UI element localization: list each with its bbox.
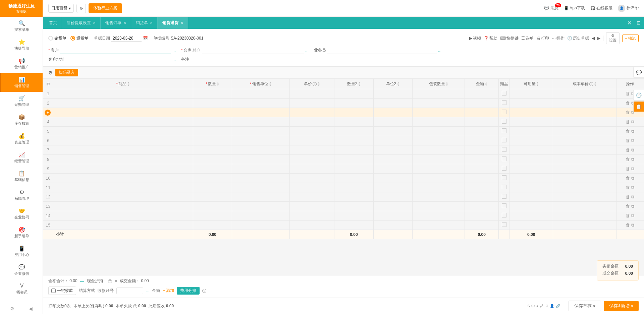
sidebar-collapse-icon[interactable]: ◀ (29, 306, 33, 311)
remark-input[interactable] (191, 56, 639, 63)
cell-product-8[interactable] (53, 155, 193, 164)
cell-unit2-13[interactable] (373, 202, 412, 211)
cell-amount-11[interactable] (465, 183, 498, 192)
fee-split-btn[interactable]: 费用分摊 (177, 287, 200, 295)
cell-amount-2[interactable] (465, 99, 498, 108)
sidebar-item-changyue[interactable]: V 畅会员 (0, 279, 43, 298)
gift-checkbox-3[interactable] (502, 110, 506, 114)
cell-cost-price-15[interactable] (553, 221, 616, 230)
cell-unit2-1[interactable] (373, 89, 412, 99)
gift-checkbox-14[interactable] (502, 213, 506, 217)
product-input-3[interactable] (55, 110, 192, 115)
tab-sale-return[interactable]: 销货退货✕ (158, 17, 188, 29)
sidebar-item-app-center[interactable]: 📱 应用中心 (0, 242, 43, 261)
copy-row-13[interactable]: ⧉ (631, 204, 634, 209)
cell-quantity2-14[interactable] (334, 211, 373, 221)
cell-unit2-5[interactable] (373, 127, 412, 136)
tab-sale-delivery[interactable]: 销货单✕ (131, 17, 158, 29)
pack-quantity-sort[interactable]: ▲▼ (446, 81, 448, 87)
warehouse-dots[interactable]: ... (305, 48, 309, 53)
cell-quantity2-5[interactable] (334, 127, 373, 136)
cell-product-2[interactable] (53, 99, 193, 108)
cell-gift-7[interactable] (498, 145, 509, 155)
cell-quantity-2[interactable] (193, 99, 232, 108)
copy-row-5[interactable]: ⧉ (631, 129, 634, 134)
cost-price-sort[interactable]: ▲▼ (594, 81, 597, 87)
cell-gift-2[interactable] (498, 99, 509, 108)
cell-sale-unit-6[interactable] (232, 136, 289, 145)
dropdown-arrow-new[interactable]: ▾ (631, 304, 633, 309)
cell-cost-price-13[interactable] (553, 202, 616, 211)
cell-pack-quantity-9[interactable] (412, 164, 465, 174)
cell-quantity-15[interactable] (193, 221, 232, 230)
cell-amount-14[interactable] (465, 211, 498, 221)
cell-amount-15[interactable] (465, 221, 498, 230)
scan-input-btn[interactable]: 扫码录入 (55, 69, 78, 76)
shortcut-link[interactable]: ⌨ 快捷键 (500, 36, 519, 41)
cell-cost-price-3[interactable] (553, 108, 616, 117)
cell-amount-7[interactable] (465, 145, 498, 155)
cell-gift-12[interactable] (498, 192, 509, 202)
cell-pack-quantity-6[interactable] (412, 136, 465, 145)
gift-checkbox-8[interactable] (502, 156, 506, 161)
cell-available-10[interactable] (509, 174, 553, 183)
cell-amount-4[interactable] (465, 117, 498, 127)
copy-row-11[interactable]: ⧉ (631, 185, 634, 190)
cell-sale-unit-13[interactable] (232, 202, 289, 211)
history-link[interactable]: 🕐 历史单据 (567, 36, 589, 41)
experience-btn[interactable]: 体验行业方案 (89, 3, 122, 13)
expand-icon[interactable]: ⊡ (635, 19, 643, 27)
sidebar-item-purchase[interactable]: 🛒 采购管理 (0, 92, 43, 111)
delete-row-7[interactable]: 🗑 (626, 147, 630, 152)
cell-product-1[interactable] (53, 89, 193, 99)
cell-unit-price-9[interactable] (290, 164, 334, 174)
operate-link[interactable]: ⋯ 操作 (552, 36, 565, 41)
cell-quantity2-15[interactable] (334, 221, 373, 230)
cell-sale-unit-15[interactable] (232, 221, 289, 230)
cell-unit2-7[interactable] (373, 145, 412, 155)
cell-amount-12[interactable] (465, 192, 498, 202)
cell-available-9[interactable] (509, 164, 553, 174)
cell-pack-quantity-10[interactable] (412, 174, 465, 183)
cell-available-7[interactable] (509, 145, 553, 155)
cell-quantity2-6[interactable] (334, 136, 373, 145)
copy-row-7[interactable]: ⧉ (631, 147, 634, 153)
delete-row-9[interactable]: 🗑 (626, 166, 630, 171)
cell-unit-price-8[interactable] (290, 155, 334, 164)
cell-quantity2-11[interactable] (334, 183, 373, 192)
cell-unit2-10[interactable] (373, 174, 412, 183)
address-input[interactable] (66, 56, 171, 63)
sidebar-item-marketing[interactable]: 📢 营销推广 (0, 54, 43, 73)
cell-gift-14[interactable] (498, 211, 509, 221)
cell-pack-quantity-1[interactable] (412, 89, 465, 99)
cell-sale-unit-3[interactable] (232, 108, 289, 117)
salesperson-input[interactable] (327, 47, 437, 54)
one-click-pay-input[interactable] (51, 289, 56, 293)
online-service-link[interactable]: 🎧 在线客服 (590, 5, 612, 11)
cell-unit-price-5[interactable] (290, 127, 334, 136)
cell-cost-price-11[interactable] (553, 183, 616, 192)
unit-price-sort[interactable]: ▲▼ (317, 81, 320, 87)
add-payment-btn[interactable]: + 添加 (163, 288, 174, 294)
cell-quantity2-13[interactable] (334, 202, 373, 211)
cell-product-3[interactable] (53, 108, 193, 117)
cell-amount-8[interactable] (465, 155, 498, 164)
delete-row-3[interactable]: 🗑 (626, 110, 630, 115)
table-settings-icon[interactable]: ⚙ (48, 70, 53, 75)
cell-quantity-12[interactable] (193, 192, 232, 202)
cell-sale-unit-2[interactable] (232, 99, 289, 108)
copy-row-6[interactable]: ⧉ (631, 138, 634, 143)
user-profile[interactable]: 👤 徐泽华 (618, 5, 639, 12)
cell-cost-price-1[interactable] (553, 89, 616, 99)
radio-return[interactable]: 退货单 (70, 36, 89, 41)
cell-unit2-14[interactable] (373, 211, 412, 221)
sidebar-item-basic-info[interactable]: 📋 基础信息 (0, 167, 43, 186)
select-link[interactable]: ☰ 选单 (521, 36, 534, 41)
sidebar-item-system[interactable]: ⚙ 系统管理 (0, 186, 43, 204)
fee-split-info[interactable]: ? (202, 289, 206, 293)
cell-gift-3[interactable] (498, 108, 509, 117)
delete-row-15[interactable]: 🗑 (626, 223, 630, 228)
cell-available-3[interactable] (509, 108, 553, 117)
cell-product-9[interactable] (53, 164, 193, 174)
sidebar-item-quick-nav[interactable]: ⭐ 快捷导航 (0, 36, 43, 54)
